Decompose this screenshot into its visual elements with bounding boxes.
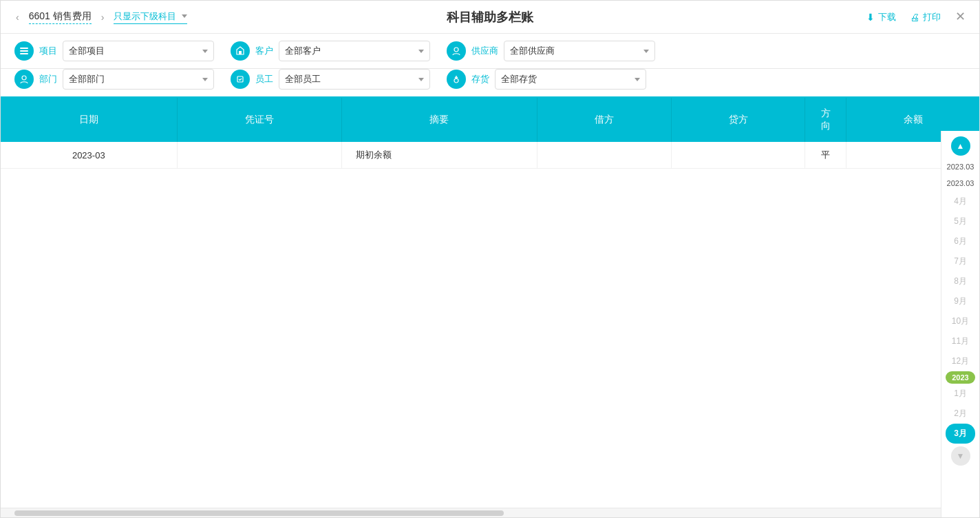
customer-filter-group: 客户 全部客户	[231, 41, 430, 61]
main-table: 日期 凭证号 摘要 借方 贷方 方向 余额 2023-03	[1, 98, 979, 169]
department-filter-group: 部门 全部部门	[14, 69, 214, 90]
department-label: 部门	[39, 73, 57, 85]
svg-rect-0	[20, 48, 28, 49]
cell-credit	[671, 142, 805, 169]
cell-summary: 期初余额	[341, 142, 537, 169]
supplier-icon	[447, 41, 466, 61]
close-button[interactable]: ✕	[952, 9, 968, 24]
customer-select[interactable]: 全部客户	[279, 41, 430, 61]
svg-rect-6	[237, 76, 243, 82]
print-icon: 🖨	[910, 12, 919, 23]
inventory-icon	[447, 70, 466, 89]
department-icon	[14, 70, 34, 89]
employee-select[interactable]: 全部员工	[279, 69, 430, 90]
department-dropdown-icon	[202, 78, 208, 81]
horizontal-scrollbar[interactable]	[1, 508, 979, 517]
department-select[interactable]: 全部部门	[63, 69, 214, 90]
timeline-item-1[interactable]: 1月	[941, 384, 979, 404]
svg-point-7	[454, 79, 458, 83]
cell-voucher	[177, 142, 341, 169]
filter-dropdown-icon	[182, 14, 187, 18]
cell-date: 2023-03	[1, 142, 177, 169]
print-button[interactable]: 🖨 打印	[910, 11, 941, 23]
employee-label: 员工	[255, 73, 273, 85]
download-button[interactable]: ⬇ 下载	[866, 11, 896, 23]
project-select[interactable]: 全部项目	[63, 41, 214, 61]
project-dropdown-icon	[202, 50, 208, 53]
svg-point-5	[22, 76, 26, 80]
timeline-item-2023-03-sub[interactable]: 2023.03	[941, 175, 979, 191]
timeline-item-10[interactable]: 10月	[941, 311, 979, 331]
timeline-item-2[interactable]: 2月	[941, 404, 979, 424]
timeline-item-6[interactable]: 6月	[941, 231, 979, 251]
table-row: 2023-03 期初余额 平	[1, 142, 979, 169]
table-container: 日期 凭证号 摘要 借方 贷方 方向 余额 2023-03	[1, 98, 979, 508]
timeline-item-5[interactable]: 5月	[941, 211, 979, 231]
supplier-dropdown-icon	[643, 50, 649, 53]
inventory-dropdown-icon	[635, 78, 640, 81]
timeline-item-9[interactable]: 9月	[941, 291, 979, 311]
cell-debit	[537, 142, 671, 169]
inventory-select[interactable]: 全部存货	[495, 69, 646, 90]
svg-rect-3	[239, 51, 242, 54]
customer-label: 客户	[255, 45, 273, 57]
project-label: 项目	[39, 45, 57, 57]
timeline-item-3-active[interactable]: 3月	[946, 424, 975, 444]
cell-direction: 平	[805, 142, 846, 169]
supplier-label: 供应商	[471, 45, 498, 57]
col-voucher: 凭证号	[177, 98, 341, 142]
employee-dropdown-icon	[418, 78, 424, 81]
supplier-select[interactable]: 全部供应商	[504, 41, 655, 61]
scrollbar-thumb	[14, 510, 504, 516]
col-credit: 贷方	[671, 98, 805, 142]
timeline-item-2023-03-header[interactable]: 2023.03	[941, 158, 979, 175]
filter-sub-label: 只显示下级科目	[114, 10, 176, 23]
download-icon: ⬇	[866, 12, 875, 23]
timeline-down-arrow[interactable]: ▼	[951, 446, 970, 466]
col-direction: 方向	[805, 98, 846, 142]
project-filter-group: 项目 全部项目	[14, 41, 214, 61]
col-debit: 借方	[537, 98, 671, 142]
svg-rect-2	[20, 53, 28, 54]
timeline-item-7[interactable]: 7月	[941, 251, 979, 271]
col-summary: 摘要	[341, 98, 537, 142]
next-account-button[interactable]: ›	[97, 10, 109, 24]
timeline-item-11[interactable]: 11月	[941, 331, 979, 351]
prev-account-button[interactable]: ‹	[12, 10, 23, 24]
filter-sub-account-button[interactable]: 只显示下级科目	[114, 10, 187, 24]
customer-dropdown-icon	[418, 50, 424, 53]
svg-point-4	[454, 48, 458, 52]
timeline-item-8[interactable]: 8月	[941, 271, 979, 291]
timeline-item-12[interactable]: 12月	[941, 351, 979, 371]
supplier-filter-group: 供应商 全部供应商	[447, 41, 655, 61]
timeline-sidebar: ▲ 2023.03 2023.03 4月 5月 6月 7月 8月 9月 10月 …	[941, 131, 979, 517]
timeline-item-4[interactable]: 4月	[941, 191, 979, 211]
project-icon	[14, 41, 34, 61]
page-title: 科目辅助多栏账	[447, 9, 533, 25]
employee-icon	[231, 70, 250, 89]
col-date: 日期	[1, 98, 177, 142]
svg-rect-1	[20, 50, 28, 52]
inventory-label: 存货	[471, 73, 489, 85]
customer-icon	[231, 41, 250, 61]
timeline-year-2023[interactable]: 2023	[946, 371, 975, 384]
employee-filter-group: 员工 全部员工	[231, 69, 430, 90]
inventory-filter-group: 存货 全部存货	[447, 69, 646, 90]
timeline-up-arrow[interactable]: ▲	[951, 136, 970, 156]
account-code-name: 6601 销售费用	[29, 10, 92, 24]
